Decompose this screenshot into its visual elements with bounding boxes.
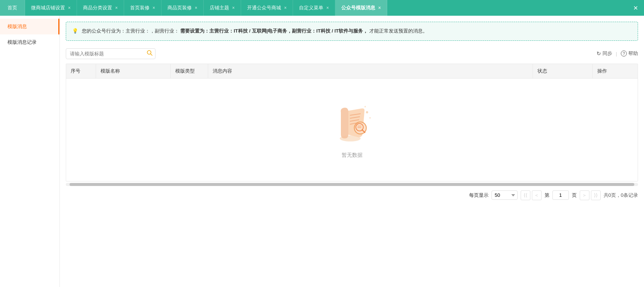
col-header-name: 模版名称 xyxy=(96,64,171,78)
empty-state: 暂无数据 xyxy=(66,79,638,181)
sidebar-item-template-msg-label: 模版消息 xyxy=(7,24,27,29)
sync-icon: ↻ xyxy=(597,51,601,57)
col-header-status: 状态 xyxy=(533,64,593,78)
search-button[interactable] xyxy=(147,50,152,57)
search-right: ↻ 同步 | ? 帮助 xyxy=(597,50,638,57)
tab-home-label: 首页 xyxy=(7,4,17,11)
svg-point-14 xyxy=(364,106,366,107)
tab-open-mall-close[interactable]: × xyxy=(284,5,287,10)
page-input[interactable] xyxy=(552,190,569,200)
tab-product-deco-close[interactable]: × xyxy=(195,5,197,10)
col-header-content: 消息内容 xyxy=(208,64,533,78)
svg-point-13 xyxy=(369,117,371,119)
sidebar-item-template-msg-log-label: 模版消息记录 xyxy=(7,39,37,45)
pagination: 每页显示 10 20 50 100 ⟨⟨ ＜ 第 页 ＞ ⟩⟩ 共0页，0条记录 xyxy=(66,186,638,202)
notice-highlight: 需要设置为：主营行业：IT科技 / 互联网|电子商务，副营行业：IT科技 / I… xyxy=(180,28,368,34)
tab-micro-shop-close[interactable]: × xyxy=(68,5,71,10)
bulb-icon: 💡 xyxy=(72,28,78,34)
tab-custom-menu-close[interactable]: × xyxy=(326,5,329,10)
svg-line-1 xyxy=(151,54,152,55)
pagination-nav: ⟨⟨ ＜ 第 页 ＞ ⟩⟩ xyxy=(521,190,601,200)
page-prev-button[interactable]: ＜ xyxy=(532,190,542,200)
page-next-button[interactable]: ＞ xyxy=(580,190,589,200)
tab-home-deco-close[interactable]: × xyxy=(152,5,155,10)
svg-point-12 xyxy=(366,111,368,113)
tab-open-mall[interactable]: 开通公众号商城 × xyxy=(241,0,293,16)
tab-home-deco-label: 首页装修 xyxy=(130,4,150,11)
table-header: 序号 模版名称 模版类型 消息内容 状态 操作 xyxy=(66,64,638,79)
sync-button[interactable]: ↻ 同步 xyxy=(597,50,612,57)
search-left xyxy=(66,48,155,59)
page-first-button[interactable]: ⟨⟨ xyxy=(521,190,530,200)
table-scrollbar[interactable] xyxy=(66,183,638,186)
tab-category-close[interactable]: × xyxy=(115,5,118,10)
tab-micro-shop[interactable]: 微商城店铺设置 × xyxy=(25,0,77,16)
tab-shop-theme[interactable]: 店铺主题 × xyxy=(204,0,241,16)
tab-custom-menu[interactable]: 自定义菜单 × xyxy=(293,0,335,16)
per-page-label: 每页显示 xyxy=(469,192,489,199)
notice-prefix: 您的公众号行业为：主营行业：，副营行业： xyxy=(82,28,179,34)
page-word: 第 xyxy=(545,192,549,199)
help-label: 帮助 xyxy=(628,50,638,57)
notice-suffix: 才能正常发送预置的消息。 xyxy=(369,28,428,34)
per-page-select[interactable]: 10 20 50 100 xyxy=(492,190,518,200)
tab-template-msg-close[interactable]: × xyxy=(378,5,381,10)
scrollbar-thumb[interactable] xyxy=(70,183,634,186)
divider: | xyxy=(616,51,617,57)
tab-template-msg-label: 公众号模版消息 xyxy=(341,4,375,11)
content-area: 💡 您的公众号行业为：主营行业：，副营行业： 需要设置为：主营行业：IT科技 /… xyxy=(60,16,644,287)
col-header-action: 操作 xyxy=(593,64,638,78)
page-last-button[interactable]: ⟩⟩ xyxy=(591,190,601,200)
tab-custom-menu-label: 自定义菜单 xyxy=(299,4,323,11)
tab-category-label: 商品分类设置 xyxy=(83,4,112,11)
search-bar: ↻ 同步 | ? 帮助 xyxy=(66,48,638,59)
notice-box: 💡 您的公众号行业为：主营行业：，副营行业： 需要设置为：主营行业：IT科技 /… xyxy=(66,22,638,41)
col-header-seq: 序号 xyxy=(66,64,96,78)
empty-text: 暂无数据 xyxy=(342,152,363,159)
sidebar: 模版消息 模版消息记录 xyxy=(0,16,60,287)
page-suffix: 页 xyxy=(572,192,577,199)
table: 序号 模版名称 模版类型 消息内容 状态 操作 xyxy=(66,64,638,181)
search-input[interactable] xyxy=(66,48,155,59)
tab-product-deco-label: 商品页装修 xyxy=(167,4,192,11)
tab-template-msg[interactable]: 公众号模版消息 × xyxy=(335,0,387,16)
empty-illustration xyxy=(330,101,375,146)
tab-open-mall-label: 开通公众号商城 xyxy=(247,4,281,11)
tab-shop-theme-label: 店铺主题 xyxy=(210,4,229,11)
tab-home[interactable]: 首页 xyxy=(0,0,25,16)
sidebar-item-template-msg[interactable]: 模版消息 xyxy=(0,19,59,34)
tab-shop-theme-close[interactable]: × xyxy=(232,5,235,10)
main-layout: 模版消息 模版消息记录 💡 您的公众号行业为：主营行业：，副营行业： 需要设置为… xyxy=(0,16,644,287)
search-input-wrap xyxy=(66,48,155,59)
total-info: 共0页，0条记录 xyxy=(604,192,638,199)
tab-home-deco[interactable]: 首页装修 × xyxy=(124,0,161,16)
tab-product-deco[interactable]: 商品页装修 × xyxy=(161,0,204,16)
col-header-type: 模版类型 xyxy=(171,64,208,78)
tab-category[interactable]: 商品分类设置 × xyxy=(77,0,124,16)
tab-bar: 首页 微商城店铺设置 × 商品分类设置 × 首页装修 × 商品页装修 × 店铺主… xyxy=(0,0,644,16)
tab-micro-shop-label: 微商城店铺设置 xyxy=(31,4,65,11)
close-all-tabs-button[interactable]: ✕ xyxy=(627,0,644,16)
help-button[interactable]: ? 帮助 xyxy=(621,50,638,57)
help-icon: ? xyxy=(621,51,627,57)
sidebar-item-template-msg-log[interactable]: 模版消息记录 xyxy=(0,34,59,50)
sync-label: 同步 xyxy=(603,50,612,57)
